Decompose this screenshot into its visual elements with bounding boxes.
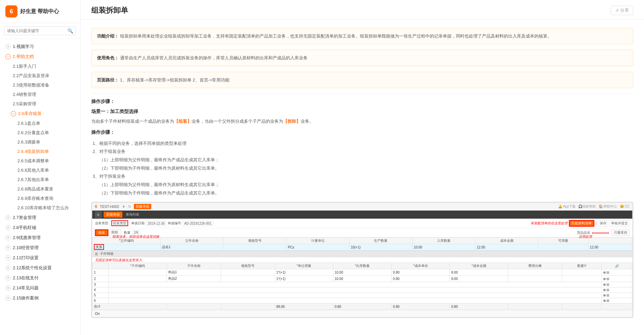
mock-tab-assemble[interactable]: 组装 xyxy=(95,229,108,236)
nav-list: + 1.视频学习 − 2.帮助文档 2.1新手入门 2.2产品安装及登录 2.3… xyxy=(0,39,80,335)
sub2-12-label: 2.12系统个性化设置 xyxy=(13,265,52,271)
mock-upper-cell-0-2 xyxy=(223,244,286,250)
mock-refresh-icon: ↻ xyxy=(128,205,131,209)
sidebar-item-2-6-2[interactable]: 2.6.2分量盘点单 xyxy=(0,128,80,137)
step2: 2、对于组装业务 xyxy=(93,148,633,156)
sidebar-item-2-6-10[interactable]: 2.6.10库存账本错了怎么办 xyxy=(0,203,80,213)
sidebar-item-sub2-8[interactable]: + 2.8手机旺铺 xyxy=(0,223,80,233)
expand-icon-sub2-6: − xyxy=(11,111,16,116)
mock-upper-cell-0-3: PCs xyxy=(286,244,350,250)
sidebar-item-2-6-5[interactable]: 2.6.5成本调整单 xyxy=(0,156,80,166)
share-label: 分享 xyxy=(620,7,629,13)
sidebar-item-sub2-10[interactable]: + 2.10经营管理 xyxy=(0,243,80,253)
ops-title: 操作步骤： xyxy=(91,99,633,105)
sidebar-item-sub2-3[interactable]: 2.3使用前数据准备 xyxy=(0,80,80,90)
scene1-title: 场景一：加工类型选择 xyxy=(91,109,633,115)
mock-upper-th-1: 父件名称 xyxy=(160,238,223,244)
mock-dropdown-icon: ▼ xyxy=(122,205,125,209)
mock-annotation-bottom: 无固定清单可以直接在这里录入 xyxy=(95,258,142,262)
mock-annotation-enable: 启用处理 xyxy=(579,234,592,239)
mock-lower-r4-c10: ⊕ ⊟ xyxy=(601,293,632,298)
sub2-9-label: 2.9优惠券管理 xyxy=(13,235,41,241)
mock-lower-r0-c3 xyxy=(221,269,275,276)
step1: 1、根据不同的业务，选择不同单据的类型来处理 xyxy=(93,139,633,148)
mock-btn-submit[interactable]: 审核并提交 xyxy=(609,220,630,226)
mock-lower-row-5: 6 ⊕ ⊟ xyxy=(93,298,632,303)
mock-btn-save[interactable]: 保存 xyxy=(598,220,608,226)
expand-icon-sub2-15: + xyxy=(5,295,11,301)
mock-lower-table: *子件编码 子件名称 规格型号 *单位用量 *出库数量 *成本单价 *成本金额 … xyxy=(92,263,632,310)
mock-lower-r1-c0: 2 xyxy=(93,276,109,282)
mock-type-input[interactable]: 组装类型 xyxy=(110,220,130,226)
sidebar-item-sub2-14[interactable]: + 2.14常见问题 xyxy=(0,283,80,293)
mock-separator: | xyxy=(596,222,597,225)
mock-footer-c4: 88.00 xyxy=(275,303,333,310)
expand-icon-sub2-14: + xyxy=(5,285,11,291)
mock-upper-row-0: 关系 品名1 PCs 10(+1) 10.00 12.00 12.00 xyxy=(93,244,632,250)
mock-lower-r1-c7: 8.00 xyxy=(450,276,508,282)
share-button[interactable]: ↗ 分享 xyxy=(611,6,633,15)
mock-lower-th-9: 数量V xyxy=(562,263,601,269)
mock-lower-row-1: 2 料品2 1*(+1) 10.00 0.80 8.00 ⊕ ⊟ xyxy=(93,276,632,282)
path-text: 1、库存核算->库存管理->组装拆卸单 2、首页->常用功能 xyxy=(120,77,230,82)
mock-lower-section-header: ☰ 子件明细 xyxy=(92,250,632,257)
sidebar-item-2-6-9[interactable]: 2.6.9库存账本查询 xyxy=(0,194,80,203)
mock-footer-c5: 0.80 xyxy=(333,303,391,310)
sidebar-item-sub2-4[interactable]: 2.4销售管理 xyxy=(0,90,80,99)
logo-char: 6 xyxy=(10,8,13,15)
expand-icon-cat1: + xyxy=(5,44,11,49)
mock-search-field[interactable] xyxy=(592,232,609,234)
role-text: 通常由生产人员或库管人员完成拆装业务的操作，库管人员确认原材料的出库和产成品的入… xyxy=(120,55,308,60)
sub2-13-label: 2.13在线支付 xyxy=(13,275,39,281)
mock-search-label: 货品品名 xyxy=(577,231,590,234)
mock-upper-th-8 xyxy=(588,238,632,244)
mock-lower-th-8: 费用分摊 xyxy=(508,263,562,269)
mock-sidebar-toggle: ≡ xyxy=(95,211,102,218)
step2-sub2: （2）下部明细为子件明细，最终作为原材料生成其它出库单。 xyxy=(99,164,633,173)
expand-icon-sub2-13: + xyxy=(5,275,11,281)
sidebar-item-sub2-12[interactable]: + 2.12系统个性化设置 xyxy=(0,263,80,273)
sidebar-item-2-6-7[interactable]: 2.6.7其他出库单 xyxy=(0,175,80,184)
sidebar: 6 好生意 帮助中心 🔍 + 1.视频学习 − 2.帮助文档 2.1新手入门 2… xyxy=(0,0,80,335)
sidebar-item-2-6-8[interactable]: 2.6.8商品成本重算 xyxy=(0,184,80,194)
sidebar-item-sub2-6[interactable]: − 2.6库存核算 xyxy=(0,109,80,119)
sidebar-item-cat2[interactable]: − 2.帮助文档 xyxy=(0,52,80,62)
page-title: 组装拆卸单 xyxy=(91,5,128,15)
sidebar-item-sub2-15[interactable]: + 2.15操作案例 xyxy=(0,293,80,303)
intro-block: 功能介绍： 组装拆卸单用来处理企业组装或拆卸等加工业务，支持有固定装配清单的产品… xyxy=(91,28,633,44)
sidebar-item-sub2-9[interactable]: + 2.9优惠券管理 xyxy=(0,233,80,243)
mock-confirm-btn[interactable]: 只看库存 xyxy=(611,230,630,236)
sidebar-item-cat1[interactable]: + 1.视频学习 xyxy=(0,42,80,52)
mock-top-icons: 🔔 App下载 🎧招标帮助 🏠 帮助中心 😊 CC xyxy=(558,204,630,209)
mock-lower-r0-c7: 8.00 xyxy=(450,269,508,276)
content-area: 功能介绍： 组装拆卸单用来处理企业组装或拆卸等加工业务，支持有固定装配清单的产品… xyxy=(80,20,644,335)
mock-lower-r2-c10: ⊕ ⊟ xyxy=(601,282,632,287)
mock-lower-th-2: 子件名称 xyxy=(167,263,221,269)
sub2-14-label: 2.14常见问题 xyxy=(13,285,39,291)
sidebar-item-2-6-3[interactable]: 2.6.3调拨单 xyxy=(0,137,80,147)
search-icon[interactable]: 🔍 xyxy=(67,28,73,34)
sidebar-item-sub2-13[interactable]: + 2.13在线支付 xyxy=(0,273,80,283)
sidebar-item-2-6-1[interactable]: 2.6.1盘点单 xyxy=(0,119,80,128)
mock-billno-value: AD-20191226-001 xyxy=(182,221,213,226)
screenshot-wrapper: 6 TEST-H002 ▼ ↻ 新建单据 🔔 App下载 🎧招标帮助 🏠 帮助中… xyxy=(91,202,633,318)
sidebar-item-sub2-11[interactable]: + 2.11打印设置 xyxy=(0,253,80,263)
mock-upper-th-2: 规格型号 xyxy=(223,238,286,244)
sidebar-item-sub2-5[interactable]: 2.5采购管理 xyxy=(0,99,80,109)
sidebar-item-2-6-6[interactable]: 2.6.6其他入库单 xyxy=(0,166,80,175)
sidebar-item-sub2-1[interactable]: 2.1新手入门 xyxy=(0,62,80,71)
mock-upper-cell-0-4: 10(+1) xyxy=(349,244,412,250)
mock-btn-match[interactable]: 匹配材料清单 xyxy=(569,220,594,227)
search-input[interactable] xyxy=(7,29,67,33)
sidebar-item-2-6-4[interactable]: 2.6.4组装拆卸单 xyxy=(0,147,80,156)
mock-site-name: 6 xyxy=(95,204,97,209)
search-box[interactable]: 🔍 xyxy=(4,26,76,35)
mock-upper-cell-0-7 xyxy=(538,244,588,250)
step2-sub1: （1）上部明细为父件明细，最终作为产成品生成其它入库单； xyxy=(99,156,633,164)
mock-lower-r0-c9 xyxy=(562,269,601,276)
sidebar-item-sub2-7[interactable]: + 2.7资金管理 xyxy=(0,213,80,223)
mock-lower-th-7: *成本金额 xyxy=(450,263,508,269)
sidebar-item-sub2-2[interactable]: 2.2产品安装及登录 xyxy=(0,71,80,80)
mock-nav-new: 新建单据 xyxy=(104,212,122,218)
sub2-8-label: 2.8手机旺铺 xyxy=(13,225,36,231)
